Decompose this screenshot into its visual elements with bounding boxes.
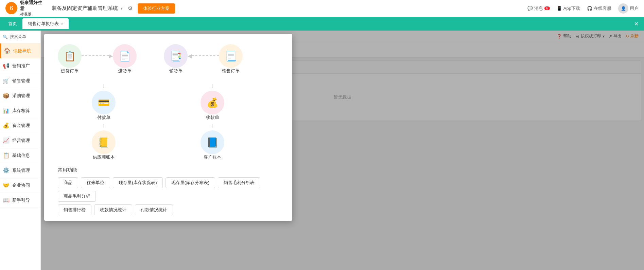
customer-account-circle[interactable]: 📘 <box>201 130 224 154</box>
message-icon: 💬 <box>527 6 533 11</box>
payment-icon: 💳 <box>98 97 110 108</box>
func-btn-receipt-stats[interactable]: 收款情况统计 <box>94 204 132 215</box>
guide-icon: 📖 <box>3 197 10 203</box>
arrow-sales-order-to-bill: ◀ <box>188 53 219 66</box>
system-title-area: 装备及固定资产辅助管理系统 ▾ ⚙ 体验行业方案 <box>46 3 527 14</box>
purchase-order-circle: 📋 <box>58 44 82 68</box>
func-btn-product[interactable]: 商品 <box>58 177 78 188</box>
sidebar-item-finance[interactable]: 💰 资金管理 <box>0 118 40 133</box>
func-btn-payment-stats[interactable]: 付款情况统计 <box>135 204 173 215</box>
purchase-order-icon: 📋 <box>64 51 76 62</box>
right-arrow-icon: ▶ <box>109 53 113 59</box>
settings-button[interactable]: ⚙ <box>125 4 135 13</box>
func-btn-sales-rank[interactable]: 销售排行榜 <box>58 204 91 215</box>
search-icon: 🔍 <box>3 35 8 39</box>
logo-area: 6 畅康通好生意 标准版 <box>5 0 46 16</box>
customer-icon: 📘 <box>207 137 219 148</box>
enterprise-icon: 🤝 <box>3 182 10 188</box>
modal-dialog: 📋 进货订单 ▶ 📄 <box>44 34 292 221</box>
headset-icon: 🎧 <box>587 6 592 11</box>
basic-info-icon: 📋 <box>3 152 10 159</box>
sidebar-item-marketing[interactable]: 📢 营销推广 <box>0 58 40 73</box>
sidebar-item-purchase[interactable]: 📦 采购管理 <box>0 88 40 103</box>
trial-button[interactable]: 体验行业方案 <box>138 3 175 14</box>
user-avatar-item[interactable]: 👤 用户 <box>618 3 639 14</box>
message-item[interactable]: 💬 消息 6 <box>527 5 550 12</box>
tab-bar: 首页 销售订单执行表 × ✕ <box>0 17 644 31</box>
sidebar-item-system[interactable]: ⚙️ 系统管理 <box>0 163 40 178</box>
system-icon: ⚙️ <box>3 167 10 174</box>
flow-sales-order[interactable]: 📃 销售订单 <box>219 44 243 74</box>
func-btn-partner[interactable]: 往来单位 <box>81 177 110 188</box>
modal-content: 📋 进货订单 ▶ 📄 <box>44 34 292 221</box>
down-arrow-receipt: ↓ <box>211 82 214 89</box>
receipt-bill-circle[interactable]: 💰 <box>201 91 224 114</box>
purchase-bill-icon: 📄 <box>119 51 131 62</box>
func-btn-stock-status[interactable]: 现存量(库存状况表) <box>113 177 163 188</box>
sales-bill-circle: 📑 <box>164 44 188 68</box>
down-arrow-payment: ↓ <box>102 82 105 89</box>
content-area: ❓ 帮助 🖨 按模板打印 ▾ ↗ 导出 ↻ 刷新 📅 单据状态 <box>41 31 644 270</box>
header-right: 💬 消息 6 📱 App下载 🎧 在线客服 👤 用户 <box>527 3 639 14</box>
logo-icon: 6 <box>5 2 17 14</box>
down-arrow-customer: ↓ <box>211 122 214 129</box>
search-menu-item[interactable]: 🔍 搜索菜单 <box>0 31 40 43</box>
top-header: 6 畅康通好生意 标准版 装备及固定资产辅助管理系统 ▾ ⚙ 体验行业方案 💬 … <box>0 0 644 17</box>
flow-purchase-order[interactable]: 📋 进货订单 <box>58 44 82 74</box>
receipt-col: ↓ 💰 收款单 ↓ 📘 客户账本 <box>201 81 224 160</box>
sidebar-item-enterprise[interactable]: 🤝 企业协同 <box>0 178 40 193</box>
system-title-text: 装备及固定资产辅助管理系统 <box>52 5 118 12</box>
app-download-item[interactable]: 📱 App下载 <box>557 5 580 12</box>
phone-icon: 📱 <box>557 6 562 11</box>
common-functions-section: 常用功能 商品 往来单位 现存量(库存状况表) 现存量(库存分布表) 销售毛利分… <box>58 167 279 215</box>
avatar: 👤 <box>618 3 628 14</box>
logo-text: 畅康通好生意 标准版 <box>20 0 46 16</box>
sales-order-icon: 📃 <box>225 51 237 62</box>
sidebar-item-sales[interactable]: 🛒 销售管理 <box>0 73 40 88</box>
purchase-bill-circle: 📄 <box>113 44 137 68</box>
flow-row-1: 📋 进货订单 ▶ 📄 <box>58 44 279 74</box>
sales-icon: 🛒 <box>3 77 10 84</box>
purchase-icon: 📦 <box>3 92 10 99</box>
sidebar: 🔍 搜索菜单 🏠 快捷导航 📢 营销推广 🛒 销售管理 📦 采购管理 📊 库存核… <box>0 31 41 270</box>
receipt-icon: 💰 <box>207 97 219 108</box>
flow-sales-bill[interactable]: 📑 销货单 <box>164 44 188 74</box>
sales-bill-icon: 📑 <box>170 51 182 62</box>
tab-close-icon[interactable]: × <box>61 21 63 26</box>
dropdown-arrow-icon[interactable]: ▾ <box>121 6 123 11</box>
supplier-account-circle[interactable]: 📒 <box>92 130 116 154</box>
home-icon: 🏠 <box>4 48 11 54</box>
tab-home[interactable]: 首页 <box>3 18 22 29</box>
main-layout: 🔍 搜索菜单 🏠 快捷导航 📢 营销推广 🛒 销售管理 📦 采购管理 📊 库存核… <box>0 31 644 270</box>
sidebar-item-quick-nav[interactable]: 🏠 快捷导航 <box>0 43 40 58</box>
inventory-icon: 📊 <box>3 107 10 114</box>
func-btn-sales-profit[interactable]: 销售毛利分析表 <box>218 177 260 188</box>
down-arrow-supplier: ↓ <box>102 122 105 129</box>
business-icon: 📈 <box>3 137 10 144</box>
flow-row-2-wrapper: ↓ 💳 付款单 ↓ 📒 供应商账本 <box>58 81 279 160</box>
left-arrow-icon: ◀ <box>188 53 192 59</box>
func-btn-product-profit[interactable]: 商品毛利分析 <box>58 191 96 202</box>
sidebar-item-inventory[interactable]: 📊 库存核算 <box>0 103 40 118</box>
supplier-icon: 📒 <box>98 137 110 148</box>
func-btn-stock-dist[interactable]: 现存量(库存分布表) <box>166 177 215 188</box>
tab-close-all-button[interactable]: ✕ <box>631 19 641 29</box>
payment-col: ↓ 💳 付款单 ↓ 📒 供应商账本 <box>92 81 116 160</box>
func-row-1: 商品 往来单位 现存量(库存状况表) 现存量(库存分布表) 销售毛利分析表 商品… <box>58 177 279 202</box>
sidebar-item-guide[interactable]: 📖 新手引导 <box>0 193 40 208</box>
online-service-item[interactable]: 🎧 在线客服 <box>587 5 611 12</box>
sidebar-item-business[interactable]: 📈 经营管理 <box>0 133 40 148</box>
modal-overlay[interactable]: 📋 进货订单 ▶ 📄 <box>41 31 644 270</box>
sidebar-item-basic-info[interactable]: 📋 基础信息 <box>0 148 40 163</box>
message-badge: 6 <box>544 6 550 10</box>
payment-bill-circle[interactable]: 💳 <box>92 91 116 114</box>
common-func-title: 常用功能 <box>58 167 279 173</box>
finance-icon: 💰 <box>3 122 10 129</box>
sales-order-circle: 📃 <box>219 44 243 68</box>
tab-sales-order[interactable]: 销售订单执行表 × <box>22 18 69 29</box>
func-row-2: 销售排行榜 收款情况统计 付款情况统计 <box>58 204 279 215</box>
marketing-icon: 📢 <box>3 62 10 69</box>
arrow-purchase-to-bill: ▶ <box>82 53 113 66</box>
flow-purchase-bill[interactable]: 📄 进货单 <box>113 44 137 74</box>
